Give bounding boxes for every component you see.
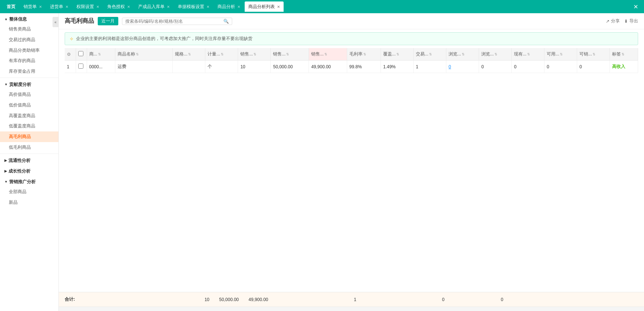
- select-all-checkbox[interactable]: [78, 51, 83, 56]
- close-warehousing-tab[interactable]: ✕: [167, 5, 170, 9]
- page-title: 高毛利商品: [65, 17, 94, 25]
- export-button[interactable]: ⬇ 导出: [624, 18, 638, 24]
- sidebar-item-in-stock[interactable]: 有库存的商品: [0, 55, 58, 66]
- sort-icon-unit: ⇅: [221, 53, 224, 56]
- sidebar-item-traded-goods[interactable]: 交易过的商品: [0, 35, 58, 45]
- horizontal-scrollbar[interactable]: [59, 307, 644, 311]
- close-roles-tab[interactable]: ✕: [127, 5, 130, 9]
- close-permissions-tab[interactable]: ✕: [96, 5, 99, 9]
- settings-icon[interactable]: ⚙: [67, 52, 71, 57]
- col-trade[interactable]: 交易...⇅: [414, 48, 446, 61]
- cell-code: 0000...: [87, 61, 115, 73]
- col-stock-available[interactable]: 可用...⇅: [544, 48, 577, 61]
- sidebar-item-high-margin[interactable]: 高毛利商品: [0, 131, 58, 142]
- nav-tab-home[interactable]: 首页: [3, 1, 19, 12]
- col-unit[interactable]: 计量...⇅: [205, 48, 238, 61]
- nav-tab-permissions[interactable]: 权限设置 ✕: [73, 1, 103, 12]
- nav-tab-template[interactable]: 单据模板设置 ✕: [174, 1, 213, 12]
- cell-spec: [173, 61, 205, 73]
- col-settings[interactable]: ⚙: [65, 48, 76, 61]
- footer-sale-amount: 50,000.00: [212, 297, 241, 302]
- sort-icon-trade: ⇅: [429, 53, 432, 56]
- footer-sale-qty: 10: [182, 297, 212, 302]
- cell-sale-amount: 50,000.00: [271, 61, 309, 73]
- footer-total: 合计: 10 50,000.00 49,900.00 1 0 0: [59, 292, 644, 307]
- sort-icon-coverage: ⇅: [396, 53, 399, 56]
- col-spec[interactable]: 规格...⇅: [173, 48, 205, 61]
- close-analysis-tab[interactable]: ✕: [237, 5, 240, 9]
- search-input[interactable]: [125, 19, 222, 24]
- close-all-tabs[interactable]: ✕: [630, 3, 641, 10]
- close-sales-tab[interactable]: ✕: [39, 5, 42, 9]
- cell-unit: 个: [205, 61, 238, 73]
- cell-stock-available: 0: [544, 61, 577, 73]
- col-sale-profit[interactable]: 销售...⇅: [309, 48, 347, 61]
- col-browse2[interactable]: 浏览...⇅: [479, 48, 512, 61]
- sidebar-group-marketing[interactable]: ▼ 营销推广分析: [0, 176, 58, 187]
- row-checkbox[interactable]: [78, 64, 83, 69]
- cell-no: 1: [65, 61, 76, 73]
- close-purchase-tab[interactable]: ✕: [65, 5, 68, 9]
- sidebar-item-high-value[interactable]: 高价值商品: [0, 89, 58, 100]
- sort-icon-tag: ⇅: [622, 53, 625, 56]
- period-button[interactable]: 近一月: [98, 17, 118, 25]
- sidebar-group-circulation[interactable]: ▶ 流通性分析: [0, 155, 58, 165]
- content-header: 高毛利商品 近一月 🔍 ↗ 分享 ⬇ 导出: [59, 13, 644, 29]
- top-navigation: 首页 销货单 ✕ 进货单 ✕ 权限设置 ✕ 角色授权 ✕ 产成品入库单 ✕ 单据…: [0, 0, 644, 13]
- col-checkbox: [76, 48, 87, 61]
- sidebar-item-low-margin[interactable]: 低毛利商品: [0, 142, 58, 153]
- col-browse1[interactable]: 浏览...⇅: [446, 48, 479, 61]
- cell-stock-current: 0: [512, 61, 544, 73]
- nav-tab-warehousing[interactable]: 产成品入库单 ✕: [134, 1, 173, 12]
- sort-icon-sale-amount: ⇅: [286, 53, 289, 56]
- col-sale-amount[interactable]: 销售...⇅: [271, 48, 309, 61]
- cell-sale-profit: 49,900.00: [309, 61, 347, 73]
- footer-trade: 1: [329, 297, 359, 302]
- nav-tab-sales[interactable]: 销货单 ✕: [20, 1, 46, 12]
- close-analysis-list-tab[interactable]: ✕: [277, 5, 280, 9]
- sidebar-group-overview[interactable]: ▼ 整体信息: [0, 13, 58, 24]
- close-template-tab[interactable]: ✕: [206, 5, 209, 9]
- col-tag[interactable]: 标签⇅: [610, 48, 638, 61]
- col-stock-saleable[interactable]: 可销...⇅: [577, 48, 610, 61]
- col-sale-qty[interactable]: 销售...⇅: [238, 48, 271, 61]
- sidebar-item-new-goods[interactable]: 新品: [0, 197, 58, 208]
- content-area: 高毛利商品 近一月 🔍 ↗ 分享 ⬇ 导出 ✧ 企业的主要的利润都是这部分商品创…: [59, 13, 644, 311]
- sidebar-item-high-coverage[interactable]: 高覆盖度商品: [0, 111, 58, 121]
- group-arrow-contribution: ▼: [4, 83, 8, 86]
- sidebar-item-stock-capital[interactable]: 库存资金占用: [0, 66, 58, 77]
- sidebar: « ▼ 整体信息 销售类商品 交易过的商品 商品分类助销率 有库存的商品 库存资…: [0, 13, 59, 311]
- col-gross-margin[interactable]: 毛利率⇅: [347, 48, 381, 61]
- sidebar-item-all-goods[interactable]: 全部商品: [0, 187, 58, 197]
- col-name[interactable]: 商品名称⇅: [115, 48, 173, 61]
- sidebar-item-low-value[interactable]: 低价值商品: [0, 100, 58, 111]
- col-code[interactable]: 商...⇅: [87, 48, 115, 61]
- search-box: 🔍: [122, 18, 232, 25]
- nav-tab-roles[interactable]: 角色授权 ✕: [104, 1, 134, 12]
- cell-name: 运费: [115, 61, 173, 73]
- info-icon: ✧: [69, 36, 74, 42]
- nav-tab-analysis-list[interactable]: 商品分析列表 ✕: [245, 1, 284, 12]
- cell-trade: 1: [414, 61, 446, 73]
- share-button[interactable]: ↗ 分享: [606, 18, 620, 24]
- sidebar-item-category-rate[interactable]: 商品分类助销率: [0, 45, 58, 56]
- sort-icon-sale-qty: ⇅: [253, 53, 256, 56]
- nav-tab-purchase[interactable]: 进货单 ✕: [46, 1, 72, 12]
- sort-icon-stock-saleable: ⇅: [593, 53, 596, 56]
- sidebar-group-contribution[interactable]: ▼ 贡献度分析: [0, 79, 58, 89]
- share-icon: ↗: [606, 19, 609, 24]
- sort-icon-sale-profit: ⇅: [324, 53, 327, 56]
- nav-tab-analysis[interactable]: 商品分析 ✕: [214, 1, 244, 12]
- col-coverage[interactable]: 覆盖...⇅: [381, 48, 413, 61]
- cell-checkbox: [76, 61, 87, 73]
- sidebar-item-low-coverage[interactable]: 低覆盖度商品: [0, 121, 58, 131]
- sidebar-item-sales-goods[interactable]: 销售类商品: [0, 24, 58, 35]
- group-arrow-circulation: ▶: [4, 159, 7, 162]
- cell-browse1[interactable]: 0: [446, 61, 479, 73]
- table-wrapper: ⚙ 商...⇅ 商品名称⇅ 规格...⇅: [59, 48, 644, 292]
- sidebar-group-growth[interactable]: ▶ 成长性分析: [0, 165, 58, 176]
- col-stock-current[interactable]: 现有...⇅: [512, 48, 544, 61]
- search-icon[interactable]: 🔍: [223, 19, 229, 24]
- sidebar-collapse-button[interactable]: «: [53, 17, 58, 27]
- group-arrow-growth: ▶: [4, 169, 7, 173]
